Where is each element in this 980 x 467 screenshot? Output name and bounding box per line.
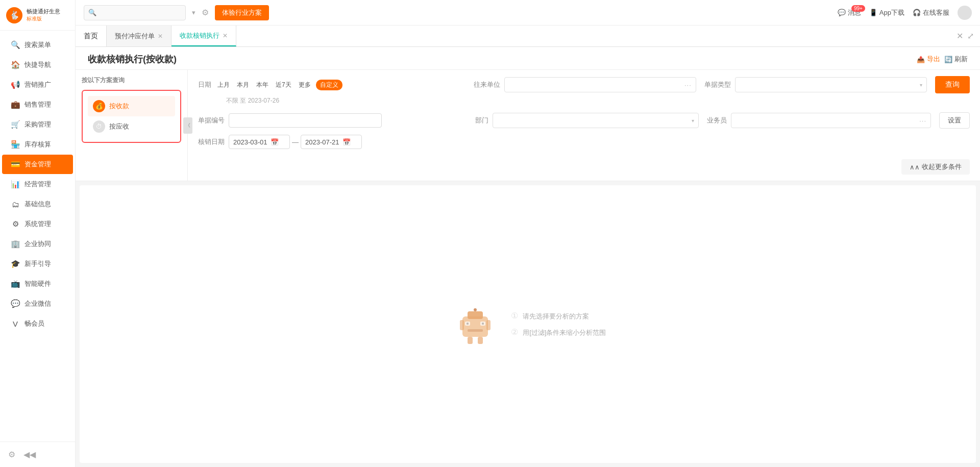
quick-date-custom[interactable]: 自定义	[316, 80, 342, 90]
sidebar-item-purchase[interactable]: 🛒 采购管理	[2, 115, 73, 134]
quick-date-this-year[interactable]: 本年	[254, 80, 271, 90]
enterprise-icon: 🏢	[10, 239, 20, 249]
tab-bar: 首页 预付冲应付单 ✕ 收款核销执行 ✕ ✕ ⤢	[76, 26, 980, 47]
sidebar-item-inventory[interactable]: 🏪 库存核算	[2, 135, 73, 154]
verify-date-end-input[interactable]: 2023-07-21 📅	[301, 135, 362, 149]
right-filter: 日期 上月 本月 本年 近7天 更多 自定义	[188, 70, 980, 181]
app-download-btn[interactable]: 📱 App下载	[869, 8, 904, 17]
tab-home[interactable]: 首页	[76, 26, 107, 46]
billno-input[interactable]	[229, 113, 382, 128]
collapse-panel-btn[interactable]: 《	[183, 117, 192, 134]
option-by-receivable[interactable]: ⏱ 按应收	[88, 116, 175, 137]
svg-rect-9	[486, 320, 491, 330]
sidebar-item-system-label: 系统管理	[24, 219, 51, 229]
tab-prepayment-label: 预付冲应付单	[115, 32, 155, 41]
partner-select[interactable]: ···	[504, 77, 696, 92]
quick-date-7days[interactable]: 近7天	[274, 80, 293, 90]
phone-icon: 📱	[869, 9, 877, 16]
tab-right-controls: ✕ ⤢	[950, 26, 980, 46]
setting-btn[interactable]: 设置	[939, 112, 970, 129]
sidebar-item-search-label: 搜索菜单	[24, 40, 51, 50]
collapse-icon: ∧∧	[910, 163, 920, 171]
query-btn[interactable]: 查询	[935, 76, 970, 93]
calendar-end-icon: 📅	[342, 138, 351, 146]
option-by-receipt-label: 按收款	[109, 102, 129, 111]
operations-icon: 📊	[10, 180, 20, 189]
empty-illustration	[450, 299, 501, 350]
empty-tip-2: ② 用[过滤]条件来缩小分析范围	[511, 324, 606, 340]
sidebar-item-quicknav[interactable]: 🏠 快捷导航	[2, 55, 73, 75]
settings-icon[interactable]: ⚙	[8, 450, 15, 459]
logo-area: 🐇 畅捷通好生意 标准版	[0, 0, 75, 31]
page-content: 收款核销执行(按收款) 📤 导出 🔄 刷新 按以下方案查询	[76, 47, 980, 467]
billtype-select[interactable]: ▾	[735, 77, 927, 92]
header-search-bar[interactable]: 🔍	[84, 5, 186, 20]
dept-arrow-icon[interactable]: ▾	[692, 118, 694, 124]
svg-rect-0	[462, 316, 488, 337]
sidebar-item-marketing[interactable]: 📢 营销推广	[2, 75, 73, 94]
tab-expand-icon[interactable]: ⤢	[967, 31, 974, 41]
refresh-icon: 🔄	[944, 56, 952, 63]
refresh-btn[interactable]: 🔄 刷新	[944, 55, 968, 64]
sidebar-item-search[interactable]: 🔍 搜索菜单	[2, 35, 73, 55]
salesperson-field-group: 业务员 ···	[707, 113, 931, 128]
date-separator: —	[292, 138, 299, 146]
sidebar-item-funds[interactable]: 💳 资金管理	[2, 155, 73, 174]
more-conditions-btn[interactable]: ∧∧ 收起更多条件	[901, 159, 970, 175]
sidebar-item-sales-label: 销售管理	[24, 100, 51, 109]
message-icon: 💬	[838, 9, 846, 16]
quick-date-last-month[interactable]: 上月	[215, 80, 232, 90]
tab-close-all-icon[interactable]: ✕	[957, 31, 963, 41]
verify-date-start-input[interactable]: 2023-03-01 📅	[229, 135, 290, 149]
industry-btn[interactable]: 体验行业方案	[215, 5, 269, 20]
salesperson-dots-icon[interactable]: ···	[919, 117, 926, 125]
partner-dots-icon[interactable]: ···	[684, 81, 692, 89]
export-btn[interactable]: 📤 导出	[917, 55, 940, 64]
svg-rect-8	[460, 320, 464, 330]
filter-row-1: 日期 上月 本月 本年 近7天 更多 自定义	[198, 76, 970, 93]
tab-prepayment[interactable]: 预付冲应付单 ✕	[107, 26, 172, 46]
message-btn[interactable]: 💬 消息 99+	[838, 8, 861, 17]
billtype-arrow-icon[interactable]: ▾	[920, 82, 922, 88]
header-dropdown-icon[interactable]: ▾	[192, 9, 195, 16]
sidebar-item-member[interactable]: V 畅会员	[2, 314, 73, 333]
sidebar-item-operations[interactable]: 📊 经营管理	[2, 175, 73, 194]
billtype-field-group: 单据类型 ▾	[704, 77, 927, 92]
collapse-sidebar-icon[interactable]: ◀◀	[23, 450, 36, 459]
date-nolimit-text: 不限 至 2023-07-26	[226, 96, 279, 105]
sidebar-item-guide[interactable]: 🎓 新手引导	[2, 254, 73, 274]
date-label: 日期	[198, 80, 211, 89]
svg-rect-6	[482, 323, 484, 325]
header-search-icon: 🔍	[88, 9, 96, 16]
online-service-btn[interactable]: 🎧 在线客服	[913, 8, 949, 17]
tab-verify[interactable]: 收款核销执行 ✕	[172, 26, 236, 46]
page-title: 收款核销执行(按收款)	[88, 53, 177, 65]
option-by-receipt[interactable]: 💰 按收款	[88, 96, 175, 116]
inventory-icon: 🏪	[10, 140, 20, 149]
left-panel-title: 按以下方案查询	[82, 76, 181, 85]
sidebar-item-wechat[interactable]: 💬 企业微信	[2, 294, 73, 313]
marketing-icon: 📢	[10, 80, 20, 89]
sidebar-item-enterprise[interactable]: 🏢 企业协同	[2, 234, 73, 254]
user-avatar[interactable]	[958, 6, 972, 20]
sidebar-item-hardware[interactable]: 📺 智能硬件	[2, 274, 73, 293]
tab-verify-close[interactable]: ✕	[223, 32, 228, 39]
billno-field-group: 单据编号	[198, 113, 467, 128]
quick-date-this-month[interactable]: 本月	[235, 80, 251, 90]
salesperson-select[interactable]: ···	[731, 113, 931, 128]
svg-rect-10	[468, 337, 473, 344]
page-actions: 📤 导出 🔄 刷新	[917, 55, 968, 64]
date-field-group: 日期 上月 本月 本年 近7天 更多 自定义	[198, 80, 465, 90]
sidebar-item-system[interactable]: ⚙ 系统管理	[2, 214, 73, 234]
top-header: 🔍 ▾ ⚙ 体验行业方案 💬 消息 99+ 📱 App下载 🎧 在线客服	[76, 0, 980, 26]
dept-select[interactable]: ▾	[493, 113, 699, 128]
purchase-icon: 🛒	[10, 120, 20, 129]
search-icon: 🔍	[10, 40, 20, 50]
sidebar-item-basic[interactable]: 🗂 基础信息	[2, 194, 73, 214]
sidebar-item-sales[interactable]: 💼 销售管理	[2, 95, 73, 114]
quick-date-more[interactable]: 更多	[297, 80, 313, 90]
verify-date-start-text: 2023-03-01	[233, 138, 267, 146]
header-gear-icon[interactable]: ⚙	[202, 8, 209, 17]
tab-prepayment-close[interactable]: ✕	[158, 33, 163, 40]
member-icon: V	[10, 319, 20, 328]
